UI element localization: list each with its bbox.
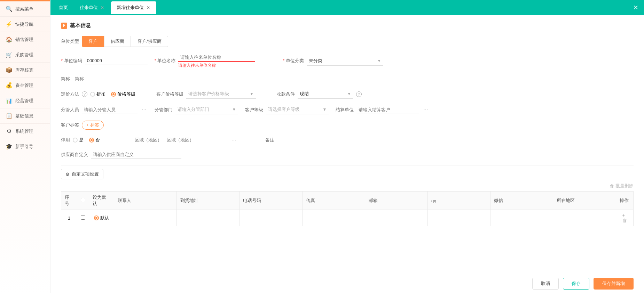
unit-code-input[interactable] [85,57,148,65]
address-input[interactable] [180,215,236,221]
unit-category-value: 未分类 [309,58,377,64]
tab-bar-close-all[interactable]: ✕ [630,2,641,13]
custom-settings-label: 自定义项设置 [72,171,99,177]
tab-home[interactable]: 首页 [53,1,73,14]
th-address: 到货地址 [177,192,239,210]
add-tag-button[interactable]: + 标签 [82,121,104,130]
table-row: 1 默认 [61,210,634,226]
default-radio[interactable]: 默认 [93,215,110,221]
add-row-btn[interactable]: + [622,213,625,218]
disable-label: 停用 [61,137,70,143]
sidebar-item-search[interactable]: 🔍 搜索菜单 [0,1,50,17]
customer-price-arrow: ▼ [250,91,254,96]
type-btn-supplier[interactable]: 供应商 [104,36,131,47]
sidebar-item-basic[interactable]: 📋 基础信息 [0,108,50,124]
td-contact [114,210,177,226]
note-input[interactable] [277,136,382,144]
pricing-help-icon[interactable]: ? [82,91,87,97]
department-group: 分管部门 请输入分管部门 ▼ [155,105,238,114]
payment-condition-select[interactable]: 现结 ▼ [298,89,353,99]
payment-condition-group: 收款条件 现结 ▼ ? [277,89,362,99]
customer-level-select[interactable]: 请选择客户等级 ▼ [266,105,329,114]
sidebar-label-inventory: 库存核算 [15,67,33,73]
row-checkbox[interactable] [81,215,85,220]
sidebar-label-purchase: 采购管理 [15,52,33,58]
contact-input[interactable] [118,215,173,221]
tag-row: 客户标签 + 标签 [61,121,634,130]
form-content: F 基本信息 单位类型 客户 供应商 客户/供应商 单位编码 单位名称 [50,15,644,274]
tab-contacts-close[interactable]: ✕ [100,5,105,10]
customer-price-select[interactable]: 请选择客户价格等级 ▼ [186,89,256,99]
sidebar-item-operations[interactable]: 📊 经营管理 [0,93,50,108]
cancel-button[interactable]: 取消 [532,278,559,290]
sales-icon: 🏠 [6,36,13,43]
region-table-input[interactable] [557,215,612,221]
alias-label: 简称 [61,76,70,82]
alias-input[interactable] [73,75,142,83]
disable-yes-radio[interactable]: 是 [73,137,84,143]
disable-no-circle [89,138,94,143]
tab-new-contact[interactable]: 新增往来单位 ✕ [111,1,156,14]
custom-settings-button[interactable]: ⚙ 自定义项设置 [61,169,103,179]
note-group: 备注 [265,136,382,144]
customer-level-placeholder: 请选择客户等级 [268,106,322,113]
payment-condition-value: 现结 [300,91,347,97]
batch-delete-btn[interactable]: 🗑 批量删除 [61,183,634,189]
basic-icon: 📋 [6,113,13,119]
unit-name-group: 单位名称 请输入往来单位名称 [155,53,255,68]
customer-level-label: 客户等级 [245,107,263,113]
unit-name-field-col: 请输入往来单位名称 [178,53,255,68]
manager-input[interactable] [82,106,138,114]
save-new-button[interactable]: 保存并新增 [594,278,634,290]
department-placeholder: 请输入分管部门 [178,106,232,113]
type-btn-customer[interactable]: 客户 [82,36,104,47]
delete-row-btn[interactable]: 🗑 [622,218,627,223]
supplier-custom-input[interactable] [91,150,181,159]
sidebar-item-quicknav[interactable]: ⚡ 快捷导航 [0,17,50,32]
pricing-radio-group: 折扣 价格等级 [90,91,135,97]
wechat-input[interactable] [494,215,549,221]
department-select[interactable]: 请输入分管部门 ▼ [175,105,238,114]
save-button[interactable]: 保存 [563,278,589,290]
unit-code-group: 单位编码 [61,57,148,65]
tab-new-contact-label: 新增往来单位 [117,5,144,11]
phone-input[interactable] [243,215,298,221]
manager-more-icon[interactable]: ··· [140,107,148,113]
finance-icon: 💰 [6,82,13,89]
disable-no-radio[interactable]: 否 [89,137,100,143]
unit-name-input[interactable] [178,53,255,62]
fax-input[interactable] [306,215,361,221]
td-wechat [490,210,553,226]
supplier-custom-row: 供应商自定义 [61,150,634,159]
customer-level-arrow: ▼ [322,107,327,112]
section-icon: F [61,23,67,29]
email-input[interactable] [369,215,424,221]
pricing-radio-level-circle [111,92,116,97]
payment-help-icon[interactable]: ? [356,91,362,97]
qq-input[interactable] [431,215,487,221]
sidebar-item-finance[interactable]: 💰 资金管理 [0,78,50,93]
sidebar-item-purchase[interactable]: 🛒 采购管理 [0,47,50,63]
region-group: 区域（地区） ··· [135,136,237,144]
disable-no-label: 否 [95,137,100,143]
sidebar-item-sales[interactable]: 🏠 销售管理 [0,32,50,47]
settlement-input[interactable] [356,106,419,114]
region-input[interactable] [165,136,227,144]
tab-contacts[interactable]: 往来单位 ✕ [74,1,110,14]
unit-category-select[interactable]: 未分类 ▼ [307,56,383,66]
pricing-radio-discount[interactable]: 折扣 [90,91,105,97]
tab-new-contact-close[interactable]: ✕ [146,5,151,10]
type-btn-both[interactable]: 客户/供应商 [131,36,168,47]
settlement-more-icon[interactable]: ··· [422,107,429,113]
th-phone: 电话号码 [239,192,302,210]
select-all-checkbox[interactable] [81,198,85,202]
contact-table: 序号 设为默认 联系人 到货地址 电话号码 传真 邮箱 qq 微信 所在地区 操… [61,191,634,226]
region-more-icon[interactable]: ··· [230,137,237,143]
sidebar-item-newbie[interactable]: 🎓 新手引导 [0,139,50,154]
sidebar-item-system[interactable]: ⚙ 系统管理 [0,124,50,139]
sidebar-item-inventory[interactable]: 📦 库存核算 [0,63,50,78]
inventory-icon: 📦 [6,67,13,73]
pricing-radio-level[interactable]: 价格等级 [111,91,135,97]
th-wechat: 微信 [490,192,553,210]
alias-row: 简称 [61,75,634,83]
